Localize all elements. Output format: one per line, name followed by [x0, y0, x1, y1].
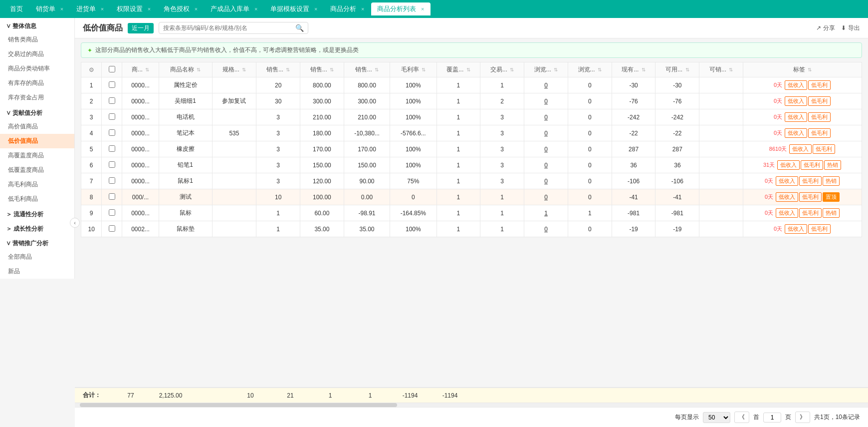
views-link[interactable]: 1 [544, 210, 548, 217]
th-current-stock[interactable]: 现有... ⇅ [612, 62, 655, 77]
th-coverage[interactable]: 覆盖... ⇅ [436, 62, 480, 77]
export-button[interactable]: ⬇ 导出 [841, 24, 860, 32]
close-icon[interactable]: × [60, 6, 63, 12]
row-checkbox[interactable] [109, 161, 115, 168]
views-link[interactable]: 0 [544, 226, 548, 233]
row-checkbox[interactable] [109, 209, 115, 216]
th-transactions[interactable]: 交易... ⇅ [480, 62, 524, 77]
cell-checkbox[interactable] [102, 109, 122, 125]
th-views1[interactable]: 浏览... ⇅ [524, 62, 568, 77]
nav-sales-order[interactable]: 销货单 × [30, 2, 69, 15]
cell-views1[interactable]: 0 [524, 221, 568, 237]
sidebar-item-low-value[interactable]: 低价值商品 [0, 134, 74, 148]
views-link[interactable]: 0 [544, 146, 548, 153]
cell-views1[interactable]: 0 [524, 173, 568, 189]
row-checkbox[interactable] [109, 81, 115, 88]
sidebar-item-stocked-products[interactable]: 有库存的商品 [0, 76, 74, 90]
row-checkbox[interactable] [109, 113, 115, 120]
close-icon[interactable]: × [148, 6, 151, 12]
close-icon[interactable]: × [254, 6, 257, 12]
th-views2[interactable]: 浏览... ⇅ [568, 62, 612, 77]
nav-product-warehouse[interactable]: 产成品入库单 × [205, 2, 263, 15]
close-icon[interactable]: × [421, 6, 424, 12]
cell-checkbox[interactable] [102, 221, 122, 237]
cell-views1[interactable]: 0 [524, 125, 568, 141]
row-checkbox[interactable] [109, 193, 115, 200]
th-sales-cost[interactable]: 销售... ⇅ [344, 62, 390, 77]
row-checkbox[interactable] [109, 145, 115, 152]
views-link[interactable]: 0 [544, 98, 548, 105]
cell-views1[interactable]: 0 [524, 109, 568, 125]
close-icon[interactable]: × [195, 6, 198, 12]
nav-template-settings[interactable]: 单据模板设置 × [264, 2, 323, 15]
views-link[interactable]: 0 [544, 194, 548, 201]
views-link[interactable]: 0 [544, 178, 548, 185]
views-link[interactable]: 0 [544, 114, 548, 121]
cell-checkbox[interactable] [102, 141, 122, 157]
cell-checkbox[interactable] [102, 157, 122, 173]
sidebar-item-inventory-capital[interactable]: 库存资金占用 [0, 90, 74, 105]
th-margin[interactable]: 毛利率 ⇅ [390, 62, 436, 77]
time-filter-tag[interactable]: 近一月 [128, 23, 154, 33]
sidebar-item-all-products[interactable]: 全部商品 [0, 250, 74, 264]
th-code[interactable]: 商... ⇅ [122, 62, 159, 77]
row-checkbox[interactable] [109, 177, 115, 184]
nav-role-auth[interactable]: 角色授权 × [158, 2, 204, 15]
last-page-button[interactable]: 》 [795, 412, 810, 423]
sidebar-item-category-sales[interactable]: 商品分类动销率 [0, 61, 74, 76]
th-sellable[interactable]: 可销... ⇅ [699, 62, 743, 77]
close-icon[interactable]: × [314, 6, 317, 12]
sidebar-item-high-coverage[interactable]: 高覆盖度商品 [0, 148, 74, 163]
th-name[interactable]: 商品名称 ⇅ [159, 62, 212, 77]
nav-product-analysis-list[interactable]: 商品分析列表 × [371, 2, 430, 15]
cell-checkbox[interactable] [102, 189, 122, 205]
sidebar-item-low-coverage[interactable]: 低覆盖度商品 [0, 163, 74, 177]
th-sales-qty[interactable]: 销售... ⇅ [256, 62, 300, 77]
th-tags[interactable]: 标签 ⇅ [743, 62, 862, 77]
cell-checkbox[interactable] [102, 173, 122, 189]
row-checkbox[interactable] [109, 129, 115, 136]
nav-permission[interactable]: 权限设置 × [111, 2, 157, 15]
share-button[interactable]: ↗ 分享 [816, 24, 835, 32]
sidebar-group-growth[interactable]: ＞ 成长性分析 [0, 221, 74, 235]
row-checkbox[interactable] [109, 225, 115, 232]
sidebar-item-high-value[interactable]: 高价值商品 [0, 119, 74, 134]
views-link[interactable]: 0 [544, 162, 548, 169]
views-link[interactable]: 0 [544, 130, 548, 137]
search-input[interactable] [163, 24, 292, 31]
cell-checkbox[interactable] [102, 125, 122, 141]
sidebar-item-sales-products[interactable]: 销售类商品 [0, 32, 74, 47]
sidebar-item-high-margin[interactable]: 高毛利商品 [0, 177, 74, 192]
per-page-select[interactable]: 50 20 100 [703, 412, 730, 423]
nav-home[interactable]: 首页 [4, 2, 29, 15]
cell-views1[interactable]: 0 [524, 141, 568, 157]
th-checkbox[interactable] [102, 62, 122, 77]
close-icon[interactable]: × [101, 6, 104, 12]
cell-views1[interactable]: 0 [524, 93, 568, 109]
sidebar-collapse-button[interactable]: ‹ [70, 218, 80, 228]
sidebar-item-new-products[interactable]: 新品 [0, 264, 74, 279]
th-spec[interactable]: 规格... ⇅ [212, 62, 256, 77]
cell-checkbox[interactable] [102, 77, 122, 93]
cell-views1[interactable]: 1 [524, 205, 568, 221]
search-icon[interactable]: 🔍 [295, 24, 304, 32]
th-gear[interactable]: ⚙ [81, 62, 102, 77]
cell-checkbox[interactable] [102, 93, 122, 109]
sidebar-group-circulation[interactable]: ＞ 流通性分析 [0, 206, 74, 221]
close-icon[interactable]: × [361, 6, 364, 12]
page-number-input[interactable] [763, 413, 781, 423]
nav-purchase-order[interactable]: 进货单 × [70, 2, 110, 15]
cell-checkbox[interactable] [102, 205, 122, 221]
views-link[interactable]: 0 [544, 82, 548, 89]
sidebar-group-overall[interactable]: ∨ 整体信息 [0, 18, 74, 32]
row-checkbox[interactable] [109, 97, 115, 104]
nav-product-analysis[interactable]: 商品分析 × [324, 2, 370, 15]
sidebar-item-traded-products[interactable]: 交易过的商品 [0, 47, 74, 61]
cell-views1[interactable]: 0 [524, 189, 568, 205]
th-sales-amount[interactable]: 销售... ⇅ [300, 62, 344, 77]
th-available[interactable]: 可用... ⇅ [655, 62, 699, 77]
first-page-button[interactable]: 《 [734, 412, 749, 423]
cell-views1[interactable]: 0 [524, 157, 568, 173]
sidebar-group-contribution[interactable]: ∨ 贡献值分析 [0, 105, 74, 119]
sidebar-group-marketing[interactable]: ∨ 营销推广分析 [0, 235, 74, 250]
